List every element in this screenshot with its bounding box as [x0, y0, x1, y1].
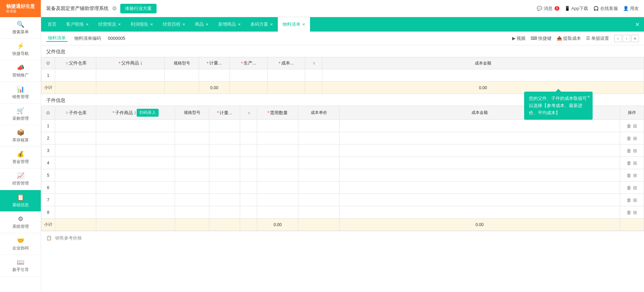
- child-row8-warehouse[interactable]: [55, 206, 96, 219]
- tooltip-close[interactable]: ×: [587, 93, 590, 101]
- parent-row1-unit[interactable]: [199, 69, 230, 82]
- child-row5-unit[interactable]: [209, 169, 240, 182]
- sub-tab-list[interactable]: 物料清单: [46, 35, 67, 42]
- user-item[interactable]: 👤 用友: [623, 5, 639, 12]
- parent-settings-icon[interactable]: ⚙: [46, 60, 50, 66]
- child-row5-product[interactable]: [96, 169, 175, 182]
- child-row4-warehouse[interactable]: [55, 157, 96, 169]
- child-row3-copy-icon[interactable]: ⊞: [633, 148, 637, 153]
- child-row4-qty[interactable]: [257, 157, 298, 169]
- nav-tab-close-5[interactable]: ✕: [206, 22, 209, 27]
- child-row7-unit[interactable]: [209, 194, 240, 206]
- child-row7-copy-icon[interactable]: ⊞: [633, 197, 637, 203]
- nav-tab-close-6[interactable]: ✕: [238, 22, 241, 27]
- sidebar-item-3[interactable]: 📊销售管理: [0, 82, 41, 104]
- sidebar-item-7[interactable]: 📈经营管理: [0, 168, 41, 190]
- child-row8-copy-icon[interactable]: ⊞: [633, 210, 637, 215]
- child-row1-spec[interactable]: [175, 120, 209, 132]
- child-row5-copy-icon[interactable]: ⊞: [633, 173, 637, 178]
- child-row6-qty[interactable]: [257, 182, 298, 194]
- child-row1-unit[interactable]: [209, 120, 240, 132]
- child-row7-delete-icon[interactable]: 🗑: [627, 197, 631, 203]
- sidebar-item-0[interactable]: 🔍搜索菜单: [0, 17, 41, 39]
- child-row2-spec[interactable]: [175, 132, 209, 144]
- child-row6-unit[interactable]: [209, 182, 240, 194]
- child-row3-qty[interactable]: [257, 144, 298, 157]
- child-row4-delete-icon[interactable]: 🗑: [627, 160, 631, 166]
- nav-tab-3[interactable]: 利润报告✕: [126, 17, 158, 32]
- nav-tab-close-3[interactable]: ✕: [150, 22, 153, 27]
- child-row8-spec[interactable]: [175, 206, 209, 219]
- child-row8-unit[interactable]: [209, 206, 240, 219]
- nav-tab-0[interactable]: 首页: [43, 17, 61, 32]
- nav-tab-1[interactable]: 客户联络✕: [61, 17, 94, 32]
- experience-btn[interactable]: 体验行业方案: [120, 4, 157, 13]
- child-row8-unit-cost[interactable]: [298, 206, 339, 219]
- child-row1-qty[interactable]: [257, 120, 298, 132]
- nav-tab-8[interactable]: 物料清单✕: [278, 17, 310, 32]
- parent-row1-warehouse[interactable]: [55, 69, 96, 82]
- child-row3-product[interactable]: [96, 144, 175, 157]
- child-row5-qty[interactable]: [257, 169, 298, 182]
- shortcut-action[interactable]: ⌨ 快捷键: [531, 35, 552, 42]
- parent-row1-spec[interactable]: [165, 69, 199, 82]
- child-row4-copy-icon[interactable]: ⊞: [633, 160, 637, 166]
- child-row3-unit[interactable]: [209, 144, 240, 157]
- child-row2-delete-icon[interactable]: 🗑: [627, 136, 631, 141]
- child-row8-qty[interactable]: [257, 206, 298, 219]
- child-product-info-icon[interactable]: ℹ: [134, 110, 136, 115]
- child-row6-unit-cost[interactable]: [298, 182, 339, 194]
- child-row7-qty[interactable]: [257, 194, 298, 206]
- message-item[interactable]: 💬 消息 6: [537, 5, 559, 12]
- child-row8-delete-icon[interactable]: 🗑: [627, 210, 631, 215]
- view-action[interactable]: ▶ 视频: [512, 35, 525, 42]
- online-service-item[interactable]: 🎧 在线客服: [593, 5, 618, 12]
- child-row2-qty[interactable]: [257, 132, 298, 144]
- child-row4-unit-cost[interactable]: [298, 157, 339, 169]
- child-row5-delete-icon[interactable]: 🗑: [627, 173, 631, 178]
- child-row3-warehouse[interactable]: [55, 144, 96, 157]
- sidebar-item-5[interactable]: 📦库存核算: [0, 125, 41, 147]
- child-row7-unit-cost[interactable]: [298, 194, 339, 206]
- child-row4-spec[interactable]: [175, 157, 209, 169]
- extract-cost-action[interactable]: 📤 提取成本: [557, 35, 581, 42]
- close-all-tabs[interactable]: ✕: [632, 21, 642, 28]
- child-row6-delete-icon[interactable]: 🗑: [627, 185, 631, 190]
- sub-tab-code[interactable]: 物料清单编码: [73, 35, 103, 42]
- next-btn[interactable]: ›: [623, 35, 630, 42]
- child-row5-spec[interactable]: [175, 169, 209, 182]
- sidebar-item-9[interactable]: ⚙系统管理: [0, 212, 41, 233]
- child-row4-unit[interactable]: [209, 157, 240, 169]
- child-row1-unit-cost[interactable]: [298, 120, 339, 132]
- child-row6-warehouse[interactable]: [55, 182, 96, 194]
- parent-row1-product[interactable]: [96, 69, 165, 82]
- child-row1-warehouse[interactable]: [55, 120, 96, 132]
- child-row7-product[interactable]: [96, 194, 175, 206]
- child-row6-product[interactable]: [96, 182, 175, 194]
- nav-tab-6[interactable]: 新增商品✕: [213, 17, 246, 32]
- child-row2-warehouse[interactable]: [55, 132, 96, 144]
- child-row3-spec[interactable]: [175, 144, 209, 157]
- child-row5-warehouse[interactable]: [55, 169, 96, 182]
- child-row1-delete-icon[interactable]: 🗑: [627, 123, 631, 129]
- scan-btn[interactable]: 扫码录入: [137, 109, 159, 117]
- nav-tab-close-1[interactable]: ✕: [86, 22, 89, 27]
- child-row5-unit-cost[interactable]: [298, 169, 339, 182]
- child-row2-unit-cost[interactable]: [298, 132, 339, 144]
- menu-btn[interactable]: ≡: [631, 35, 639, 42]
- child-row7-warehouse[interactable]: [55, 194, 96, 206]
- nav-tab-close-7[interactable]: ✕: [270, 22, 273, 27]
- nav-tab-7[interactable]: 条码方案✕: [246, 17, 278, 32]
- child-row2-product[interactable]: [96, 132, 175, 144]
- child-row4-product[interactable]: [96, 157, 175, 169]
- child-row1-product[interactable]: [96, 120, 175, 132]
- child-settings-icon[interactable]: ⚙: [46, 110, 50, 116]
- child-row8-product[interactable]: [96, 206, 175, 219]
- sidebar-item-4[interactable]: 🛒采购管理: [0, 104, 41, 125]
- child-row1-copy-icon[interactable]: ⊞: [633, 123, 637, 129]
- sidebar-item-2[interactable]: 📣营销推广: [0, 60, 41, 82]
- parent-product-info-icon[interactable]: ℹ: [140, 61, 142, 66]
- nav-tab-close-4[interactable]: ✕: [182, 22, 185, 27]
- child-row7-spec[interactable]: [175, 194, 209, 206]
- parent-row1-production[interactable]: [230, 69, 268, 82]
